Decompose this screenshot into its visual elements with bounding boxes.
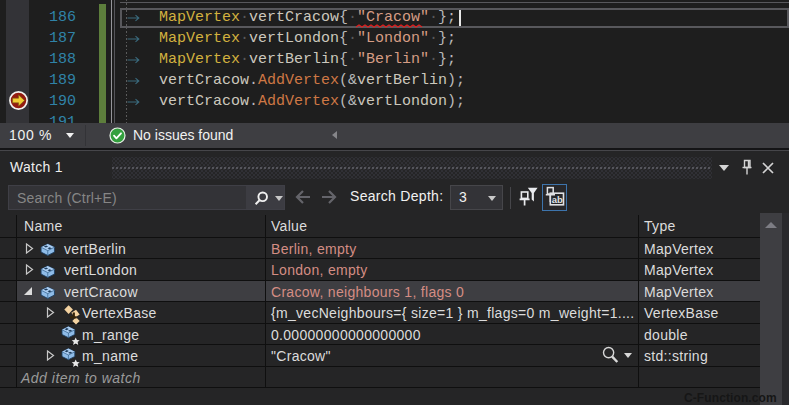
svg-text:ab: ab — [552, 194, 563, 205]
